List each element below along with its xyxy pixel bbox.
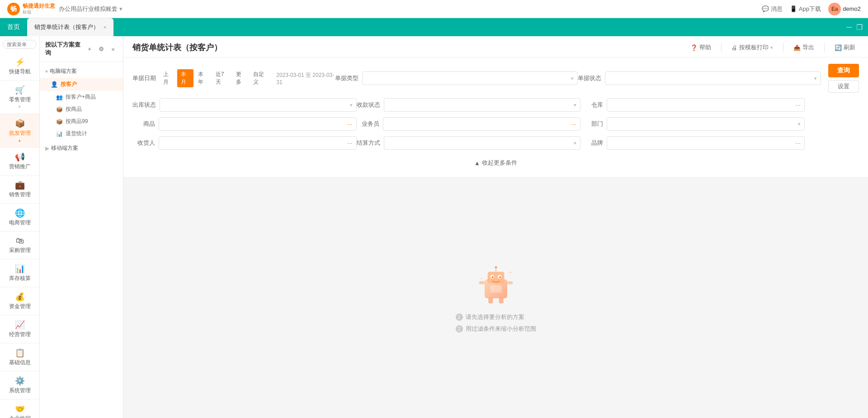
query-button[interactable]: 查询 <box>828 64 859 77</box>
separator-1 <box>721 43 722 52</box>
breadcrumb: 办公用品行业模拟账套 ▾ <box>59 5 123 13</box>
filter-row-4: 收货人 ··· 结算方式 ▾ 品牌 <box>132 136 859 150</box>
sidebar-item-wholesale[interactable]: 📦 批发管理 ▴ <box>0 114 39 147</box>
wholesale-expand-icon: ▴ <box>19 138 21 142</box>
by-product-99-icon: 📦 <box>56 119 63 125</box>
purchase-icon: 🛍 <box>16 236 24 246</box>
brand-dots[interactable]: ··· <box>795 139 801 147</box>
brand-input[interactable]: ··· <box>607 136 805 150</box>
svg-text:✦: ✦ <box>509 270 512 275</box>
desktop-group-header[interactable]: ▾ 电脑端方案 <box>40 65 123 78</box>
date-tab-this-month[interactable]: 本月 <box>177 69 194 87</box>
customer-product-icon: 👥 <box>56 94 63 100</box>
ecommerce-icon: 🌐 <box>15 208 25 218</box>
svg-rect-1 <box>487 272 504 283</box>
sidebar-item-sales[interactable]: 💼 销售管理 <box>0 176 39 204</box>
add-scheme-button[interactable]: + <box>85 44 94 53</box>
sidebar-item-system[interactable]: ⚙️ 系统管理 <box>0 371 39 399</box>
sidebar-item-inventory[interactable]: 📊 库存核算 <box>0 259 39 287</box>
filter-actions: 查询 设置 <box>828 64 859 93</box>
collect-status-input[interactable]: ▾ <box>384 98 581 112</box>
tree-child-by-product[interactable]: 📦 按商品 <box>40 103 123 115</box>
collect-status-label: 收款状态 <box>357 101 380 109</box>
tree-child-by-product-99[interactable]: 📦 按商品99 <box>40 115 123 128</box>
product-label: 商品 <box>132 120 155 128</box>
tab-active[interactable]: 销货单统计表（按客户） × <box>27 18 113 36</box>
export-button[interactable]: 📤 导出 <box>790 42 818 53</box>
salesperson-dots[interactable]: ··· <box>571 120 577 128</box>
mobile-group-header[interactable]: ▶ 移动端方案 <box>40 142 123 155</box>
svg-point-7 <box>495 266 497 268</box>
help-button[interactable]: ❓ 帮助 <box>687 42 715 53</box>
product-filter: 商品 ··· <box>132 117 357 131</box>
salesperson-input[interactable]: ··· <box>383 117 581 131</box>
date-tab-7days[interactable]: 近7天 <box>212 69 231 87</box>
settlement-chevron: ▾ <box>574 140 576 146</box>
main-layout: ⚡ 快捷导航 🛒 零售管理 ▾ 📦 批发管理 ▴ 📢 营销推广 💼 销售管理 🌐… <box>0 36 868 418</box>
date-tab-last-month[interactable]: 上月 <box>160 69 176 87</box>
page-title: 销货单统计表（按客户） <box>132 42 222 53</box>
sidebar-item-quicknav[interactable]: ⚡ 快捷导航 <box>0 52 39 81</box>
cooperation-icon: 🤝 <box>15 404 25 414</box>
sidebar-item-basic[interactable]: 📋 基础信息 <box>0 343 39 371</box>
sidebar-item-operation[interactable]: 📈 经营管理 <box>0 315 39 343</box>
help-icon: ❓ <box>690 44 698 51</box>
collapse-panel-button[interactable]: « <box>108 44 118 53</box>
avatar: Ea <box>828 3 841 15</box>
search-input[interactable] <box>3 40 37 49</box>
scheme-settings-button[interactable]: ⚙ <box>97 44 106 53</box>
user-name: demo2 <box>843 5 861 12</box>
settlement-input[interactable]: ▾ <box>384 136 581 150</box>
warehouse-input[interactable]: ··· <box>607 98 805 112</box>
order-type-input[interactable]: ▾ <box>362 71 578 85</box>
order-status-input[interactable]: ▾ <box>605 71 821 85</box>
minimize-button[interactable]: ─ <box>847 23 852 31</box>
warehouse-dots[interactable]: ··· <box>795 101 801 109</box>
order-type-chevron: ▾ <box>571 76 574 81</box>
receiver-input[interactable]: ··· <box>159 136 357 150</box>
refresh-button[interactable]: 🔄 刷新 <box>831 42 859 53</box>
separator-2 <box>783 43 783 52</box>
sidebar-item-marketing[interactable]: 📢 营销推广 <box>0 147 39 176</box>
tip-num-1: 1 <box>456 314 463 321</box>
collapse-conditions-button[interactable]: ▲ 收起更多条件 <box>132 155 859 171</box>
date-tab-more[interactable]: 更多 <box>232 69 249 87</box>
print-icon: 🖨 <box>731 44 737 51</box>
print-dropdown-icon: ▾ <box>770 45 773 51</box>
tree-child-return-stats[interactable]: 📊 退货统计 <box>40 128 123 140</box>
quicknav-icon: ⚡ <box>15 57 25 67</box>
tab-home[interactable]: 首页 <box>0 18 27 36</box>
order-status-filter: 单据状态 ▾ <box>578 71 821 85</box>
department-input[interactable]: ▾ <box>607 117 805 131</box>
page-header: 销货单统计表（按客户） ❓ 帮助 🖨 按模板打印 ▾ 📤 导出 <box>123 36 868 57</box>
setting-button[interactable]: 设置 <box>828 80 859 93</box>
sidebar-item-ecommerce[interactable]: 🌐 电商管理 <box>0 204 39 232</box>
export-icon: 📤 <box>793 44 801 51</box>
tree-item-by-customer[interactable]: 👤 按客户 <box>40 78 123 91</box>
sidebar-item-cooperation[interactable]: 🤝 企业协同 <box>0 399 39 418</box>
breadcrumb-dropdown-icon[interactable]: ▾ <box>119 5 123 12</box>
sidebar-item-retail[interactable]: 🛒 零售管理 ▾ <box>0 81 39 114</box>
sidebar-item-purchase[interactable]: 🛍 采购管理 <box>0 232 39 259</box>
message-button[interactable]: 💬 消息 <box>762 5 783 13</box>
user-profile[interactable]: Ea demo2 <box>828 3 861 15</box>
restore-button[interactable]: ❐ <box>856 23 863 32</box>
date-tab-this-year[interactable]: 本年 <box>194 69 211 87</box>
desktop-group-expand-icon: ▾ <box>45 68 48 75</box>
sidebar-item-finance[interactable]: 💰 资金管理 <box>0 287 39 315</box>
collect-status-chevron: ▾ <box>574 102 576 108</box>
print-button[interactable]: 🖨 按模板打印 ▾ <box>728 42 777 53</box>
product-input[interactable]: ··· <box>159 117 357 131</box>
top-bar: 畅 畅捷通好生意 标版 办公用品行业模拟账套 ▾ 💬 消息 📱 App下载 Ea… <box>0 0 868 18</box>
tree-child-customer-product[interactable]: 👥 按客户+商品 <box>40 91 123 103</box>
product-dots[interactable]: ··· <box>347 120 353 128</box>
filter-row-1: 单据日期 上月 本月 本年 近7天 更多 自定义 2023-03-01 至 20… <box>132 64 859 93</box>
brand-filter: 品牌 ··· <box>580 136 805 150</box>
retail-expand-icon: ▾ <box>19 104 21 109</box>
tab-close-button[interactable]: × <box>104 24 106 30</box>
app-download-button[interactable]: 📱 App下载 <box>790 5 821 13</box>
out-status-input[interactable]: ▾ <box>160 98 357 112</box>
receiver-filter: 收货人 ··· <box>132 136 357 150</box>
date-tab-custom[interactable]: 自定义 <box>250 69 271 87</box>
receiver-dots[interactable]: ··· <box>347 139 353 147</box>
